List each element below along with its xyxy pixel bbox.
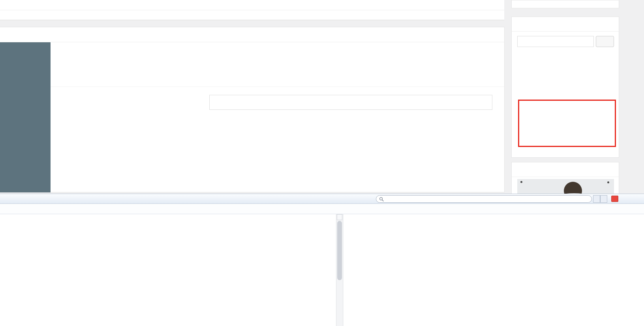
select-right-sidebar-row	[51, 87, 504, 119]
firebug-toolbar	[0, 194, 644, 204]
featured-image-thumbnail[interactable]	[517, 179, 614, 194]
search-next-button[interactable]	[600, 195, 607, 203]
tags-header[interactable]	[512, 17, 619, 32]
image-detail-dot	[520, 181, 522, 183]
tree-scrollbar[interactable]	[336, 214, 342, 326]
choose-sidebar-row	[51, 42, 504, 87]
person-head	[564, 182, 582, 194]
search-icon	[379, 197, 384, 202]
new-tag-input[interactable]	[517, 36, 594, 47]
firebug-search-box	[376, 195, 592, 203]
featured-image-header[interactable]	[512, 162, 619, 177]
css-rules-panel	[343, 214, 644, 326]
firebug-close-button[interactable]	[611, 196, 618, 202]
settings-rows	[51, 42, 504, 119]
breadcrumb-bar	[0, 204, 644, 214]
theme-options-metabox	[0, 27, 505, 192]
add-tag-button[interactable]	[596, 36, 614, 47]
options-header	[0, 27, 504, 42]
partial-tab-fragment	[0, 196, 3, 202]
sidebar-select[interactable]	[209, 95, 492, 110]
firebug-panel	[0, 194, 644, 326]
tag-cloud-highlight-box	[518, 100, 616, 147]
html-tree	[0, 214, 336, 326]
settings-tab-list	[0, 42, 51, 192]
choose-sidebar-label	[61, 49, 64, 55]
scroll-up-button[interactable]	[337, 214, 342, 220]
collapsed-metabox-partial	[511, 0, 619, 8]
editor-area	[0, 0, 504, 20]
featured-image-metabox	[511, 162, 619, 194]
image-detail-dot	[607, 181, 609, 183]
search-prev-button[interactable]	[593, 195, 600, 203]
search-input[interactable]	[386, 196, 587, 202]
divider	[0, 10, 504, 10]
tags-metabox	[511, 17, 619, 158]
scrollbar-thumb[interactable]	[337, 221, 342, 280]
